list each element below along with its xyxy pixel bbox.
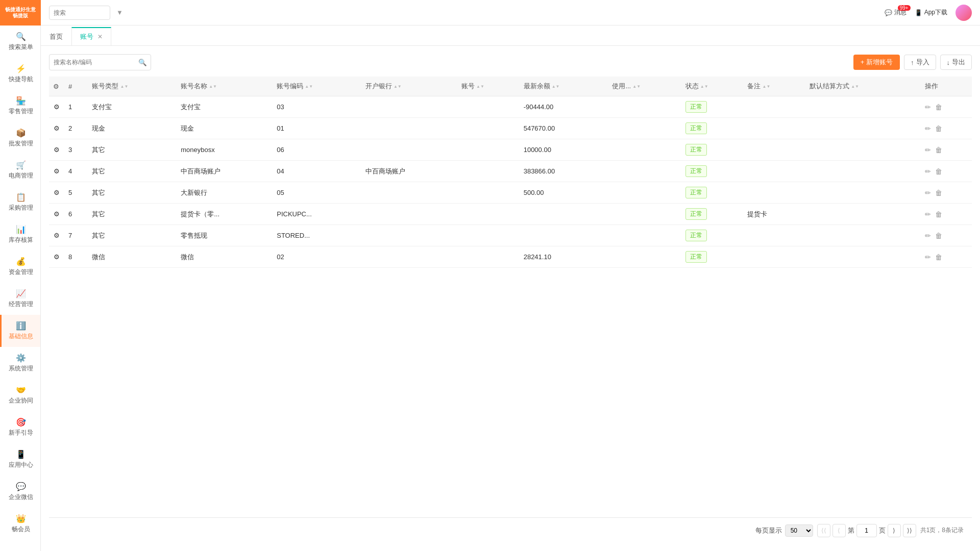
header-search-input[interactable] bbox=[49, 6, 110, 20]
sidebar-item-business-mgmt[interactable]: 📈 经营管理 bbox=[0, 283, 40, 315]
message-button[interactable]: 💬 消息 99+ bbox=[885, 8, 906, 17]
th-account_no[interactable]: 账号▲▼ bbox=[457, 77, 520, 96]
user-avatar[interactable] bbox=[955, 5, 972, 21]
th-account_no-sort[interactable]: ▲▼ bbox=[476, 84, 484, 89]
first-page-button[interactable]: ⟨⟨ bbox=[817, 524, 830, 537]
th-settings: ⚙ bbox=[49, 77, 64, 96]
row-edit-icon-0[interactable]: ✏ bbox=[925, 103, 931, 111]
add-account-button[interactable]: + 新增账号 bbox=[853, 55, 900, 70]
row-usage-4 bbox=[608, 182, 681, 204]
th-account_code[interactable]: 账号编码▲▼ bbox=[273, 77, 361, 96]
th-account_name[interactable]: 账号名称▲▼ bbox=[177, 77, 273, 96]
search-input[interactable] bbox=[50, 59, 134, 66]
last-page-button[interactable]: ⟩⟩ bbox=[903, 524, 916, 537]
row-edit-icon-3[interactable]: ✏ bbox=[925, 167, 931, 176]
th-account_code-sort[interactable]: ▲▼ bbox=[305, 84, 313, 89]
sidebar-item-new-guide[interactable]: 🎯 新手引导 bbox=[0, 411, 40, 443]
row-actions-6: ✏ 🗑 bbox=[921, 225, 972, 246]
page-size-select[interactable]: 50 100 200 bbox=[785, 524, 813, 537]
row-gear-icon-1: ⚙ bbox=[54, 124, 60, 132]
sidebar-item-wholesale-mgmt[interactable]: 📦 批发管理 bbox=[0, 122, 40, 154]
row-delete-icon-7[interactable]: 🗑 bbox=[935, 253, 942, 261]
th-remark-sort[interactable]: ▲▼ bbox=[762, 84, 770, 89]
th-account_name-sort[interactable]: ▲▼ bbox=[209, 84, 217, 89]
row-gear-0[interactable]: ⚙ bbox=[49, 96, 64, 118]
row-edit-icon-2[interactable]: ✏ bbox=[925, 146, 931, 154]
sidebar-item-ecommerce-mgmt[interactable]: 🛒 电商管理 bbox=[0, 154, 40, 186]
row-delete-icon-5[interactable]: 🗑 bbox=[935, 210, 942, 218]
row-edit-icon-7[interactable]: ✏ bbox=[925, 253, 931, 261]
sidebar-item-enterprise-agree[interactable]: 🤝 企业协同 bbox=[0, 379, 40, 411]
avatar-image bbox=[955, 5, 972, 21]
sidebar-item-basic-info[interactable]: ℹ️ 基础信息 bbox=[0, 315, 40, 347]
sidebar-item-enterprise-wechat[interactable]: 💬 企业微信 bbox=[0, 475, 40, 508]
sidebar-item-quick-nav[interactable]: ⚡ 快捷导航 bbox=[0, 58, 40, 90]
th-account_type[interactable]: 账号类型▲▼ bbox=[88, 77, 177, 96]
row-gear-5[interactable]: ⚙ bbox=[49, 204, 64, 225]
row-delete-icon-1[interactable]: 🗑 bbox=[935, 124, 942, 133]
next-page-button[interactable]: ⟩ bbox=[888, 524, 901, 537]
row-edit-icon-6[interactable]: ✏ bbox=[925, 232, 931, 240]
search-button[interactable]: 🔍 bbox=[134, 54, 151, 70]
new-guide-label: 新手引导 bbox=[9, 429, 33, 437]
row-delete-icon-6[interactable]: 🗑 bbox=[935, 232, 942, 240]
tab-account-close[interactable]: ✕ bbox=[97, 33, 103, 40]
row-gear-2[interactable]: ⚙ bbox=[49, 139, 64, 161]
row-gear-4[interactable]: ⚙ bbox=[49, 182, 64, 204]
header-search-dropdown[interactable]: ▼ bbox=[116, 9, 123, 16]
app-download-button[interactable]: 📱 App下载 bbox=[915, 8, 947, 17]
sidebar-item-purchase-mgmt[interactable]: 📋 采购管理 bbox=[0, 186, 40, 218]
table-body: ⚙ 1 支付宝 支付宝 03 -90444.00 正常 ✏ 🗑 ⚙ 2 现金 现… bbox=[49, 96, 972, 268]
sidebar-item-sys-mgmt[interactable]: ⚙️ 系统管理 bbox=[0, 347, 40, 379]
tab-account[interactable]: 账号✕ bbox=[71, 27, 111, 45]
th-balance[interactable]: 最新余额▲▼ bbox=[520, 77, 608, 96]
quick-nav-icon: ⚡ bbox=[16, 64, 26, 73]
row-balance-1: 547670.00 bbox=[520, 118, 608, 139]
row-bank-6 bbox=[361, 225, 457, 246]
row-edit-icon-4[interactable]: ✏ bbox=[925, 189, 931, 197]
th-usage[interactable]: 使用...▲▼ bbox=[608, 77, 681, 96]
sidebar-item-app-center[interactable]: 📱 应用中心 bbox=[0, 443, 40, 475]
th-default_settlement[interactable]: 默认结算方式▲▼ bbox=[805, 77, 921, 96]
sidebar-item-fund-mgmt[interactable]: 💰 资金管理 bbox=[0, 251, 40, 283]
sidebar-item-vip-member[interactable]: 👑 畅会员 bbox=[0, 508, 40, 540]
th-account_type-sort[interactable]: ▲▼ bbox=[120, 84, 128, 89]
row-delete-icon-4[interactable]: 🗑 bbox=[935, 189, 942, 197]
row-gear-icon-0: ⚙ bbox=[54, 103, 60, 111]
sidebar-item-search-menu[interactable]: 🔍 搜索菜单 bbox=[0, 26, 40, 58]
table-row: ⚙ 6 其它 提货卡（零... PICKUPC... 正常 提货卡 ✏ 🗑 bbox=[49, 204, 972, 225]
tab-home[interactable]: 首页 bbox=[41, 27, 71, 45]
toolbar-left: 🔍 bbox=[49, 54, 151, 70]
row-account-name-6: 零售抵现 bbox=[177, 225, 273, 246]
th-status-sort[interactable]: ▲▼ bbox=[700, 84, 708, 89]
row-delete-icon-3[interactable]: 🗑 bbox=[935, 167, 942, 176]
row-edit-icon-5[interactable]: ✏ bbox=[925, 210, 931, 218]
row-delete-icon-2[interactable]: 🗑 bbox=[935, 146, 942, 154]
sidebar-item-retail-mgmt[interactable]: 🏪 零售管理 bbox=[0, 90, 40, 122]
sidebar-item-inventory[interactable]: 📊 库存核算 bbox=[0, 218, 40, 251]
current-page-input[interactable] bbox=[856, 524, 877, 537]
business-mgmt-label: 经营管理 bbox=[9, 300, 33, 309]
th-balance-sort[interactable]: ▲▼ bbox=[552, 84, 560, 89]
th-usage-sort[interactable]: ▲▼ bbox=[632, 84, 641, 89]
row-gear-1[interactable]: ⚙ bbox=[49, 118, 64, 139]
row-edit-icon-1[interactable]: ✏ bbox=[925, 124, 931, 133]
basic-info-label: 基础信息 bbox=[9, 332, 33, 341]
tab-account-label: 账号 bbox=[80, 32, 93, 41]
th-bank-sort[interactable]: ▲▼ bbox=[394, 84, 402, 89]
th-remark[interactable]: 备注▲▼ bbox=[743, 77, 805, 96]
row-delete-icon-0[interactable]: 🗑 bbox=[935, 103, 942, 111]
th-bank[interactable]: 开户银行▲▼ bbox=[361, 77, 457, 96]
row-gear-7[interactable]: ⚙ bbox=[49, 246, 64, 268]
th-status[interactable]: 状态▲▼ bbox=[681, 77, 744, 96]
inventory-label: 库存核算 bbox=[9, 236, 33, 244]
prev-page-button[interactable]: ⟨ bbox=[832, 524, 846, 537]
th-default_settlement-sort[interactable]: ▲▼ bbox=[851, 84, 859, 89]
row-index-5: 6 bbox=[64, 204, 88, 225]
import-button[interactable]: ↑ 导入 bbox=[904, 55, 936, 70]
search-icon: 🔍 bbox=[138, 59, 147, 66]
header-right: 💬 消息 99+ 📱 App下载 bbox=[885, 5, 972, 21]
row-gear-3[interactable]: ⚙ bbox=[49, 161, 64, 182]
row-gear-6[interactable]: ⚙ bbox=[49, 225, 64, 246]
export-button[interactable]: ↓ 导出 bbox=[940, 55, 972, 70]
